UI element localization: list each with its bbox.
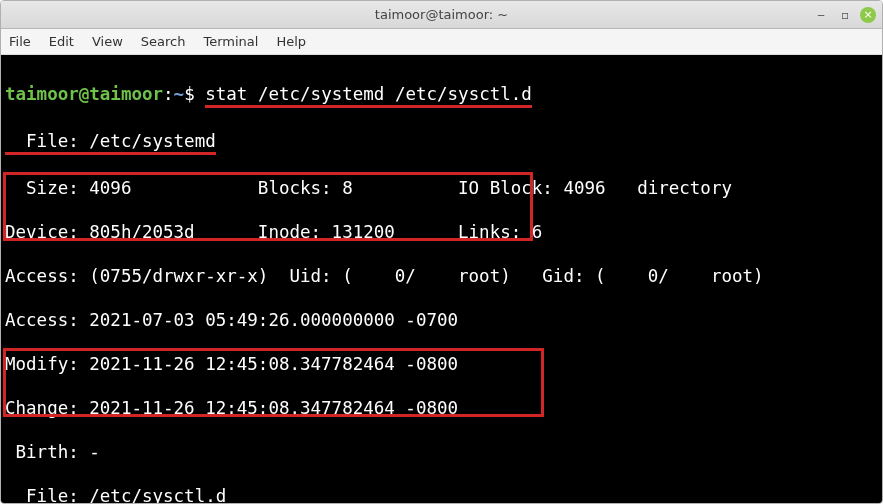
titlebar: taimoor@taimoor: ~ ‒ ▫ × [1,1,882,29]
stat1-access-time: Access: 2021-07-03 05:49:26.000000000 -0… [5,309,878,331]
stat1-size: Size: 4096 Blocks: 8 IO Block: 4096 dire… [5,177,878,199]
stat1-device: Device: 805h/2053d Inode: 131200 Links: … [5,221,878,243]
menu-view[interactable]: View [92,34,123,49]
stat2-file: File: /etc/sysctl.d [5,485,878,504]
prompt-line-1: taimoor@taimoor:~$ stat /etc/systemd /et… [5,83,878,108]
menu-help[interactable]: Help [276,34,306,49]
stat1-file: File: /etc/systemd [5,130,878,155]
stat1-modify-time: Modify: 2021-11-26 12:45:08.347782464 -0… [5,353,878,375]
window-title: taimoor@taimoor: ~ [1,7,882,22]
stat1-access-perm: Access: (0755/drwxr-xr-x) Uid: ( 0/ root… [5,265,878,287]
command-text: stat /etc/systemd /etc/sysctl.d [205,84,532,104]
stat1-change-time: Change: 2021-11-26 12:45:08.347782464 -0… [5,397,878,419]
menubar: File Edit View Search Terminal Help [1,29,882,55]
maximize-button[interactable]: ▫ [836,6,854,24]
menu-search[interactable]: Search [141,34,186,49]
minimize-button[interactable]: ‒ [812,6,830,24]
stat1-birth: Birth: - [5,441,878,463]
terminal-area[interactable]: taimoor@taimoor:~$ stat /etc/systemd /et… [1,55,882,503]
prompt-user: taimoor@taimoor [5,84,163,104]
menu-file[interactable]: File [9,34,31,49]
close-button[interactable]: × [860,7,876,23]
menu-terminal[interactable]: Terminal [203,34,258,49]
menu-edit[interactable]: Edit [49,34,74,49]
prompt-path: ~ [174,84,185,104]
